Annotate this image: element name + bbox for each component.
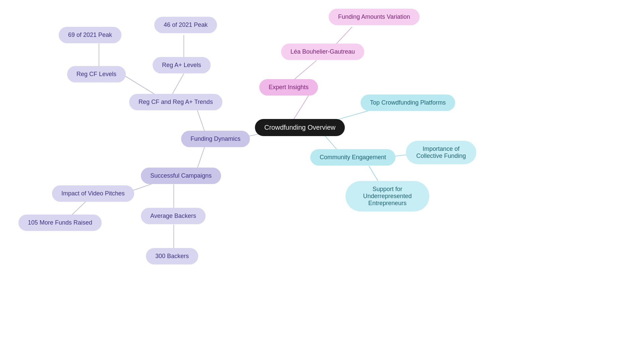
successful-campaigns-node[interactable]: Successful Campaigns	[141, 168, 221, 184]
peak-69-node[interactable]: 69 of 2021 Peak	[59, 27, 121, 43]
community-engagement-node[interactable]: Community Engagement	[310, 149, 395, 166]
average-backers-node[interactable]: Average Backers	[141, 208, 206, 224]
reg-cf-levels-label: Reg CF Levels	[76, 71, 116, 78]
backers-300-label: 300 Backers	[155, 253, 189, 260]
community-engagement-label: Community Engagement	[320, 154, 386, 161]
center-label: Crowdfunding Overview	[264, 124, 335, 131]
lea-label: Léa Bouhelier-Gautreau	[290, 48, 355, 55]
underrepresented-label: Support for Underrepresented Entrepreneu…	[355, 186, 420, 207]
peak-69-label: 69 of 2021 Peak	[68, 32, 112, 39]
funding-amounts-node[interactable]: Funding Amounts Variation	[329, 9, 420, 25]
top-platforms-label: Top Crowdfunding Platforms	[370, 99, 446, 106]
more-funds-label: 105 More Funds Raised	[28, 219, 92, 226]
expert-insights-node[interactable]: Expert Insights	[259, 79, 318, 96]
peak-46-node[interactable]: 46 of 2021 Peak	[154, 17, 217, 33]
funding-dynamics-label: Funding Dynamics	[191, 135, 240, 142]
peak-46-label: 46 of 2021 Peak	[164, 21, 208, 28]
center-node[interactable]: Crowdfunding Overview	[255, 119, 345, 136]
underrepresented-node[interactable]: Support for Underrepresented Entrepreneu…	[345, 181, 429, 211]
funding-amounts-label: Funding Amounts Variation	[338, 13, 410, 20]
expert-insights-label: Expert Insights	[269, 84, 309, 91]
reg-cf-trends-node[interactable]: Reg CF and Reg A+ Trends	[129, 94, 222, 110]
top-platforms-node[interactable]: Top Crowdfunding Platforms	[361, 95, 455, 111]
lea-node[interactable]: Léa Bouhelier-Gautreau	[281, 44, 364, 60]
funding-dynamics-node[interactable]: Funding Dynamics	[181, 131, 250, 147]
average-backers-label: Average Backers	[150, 213, 196, 220]
more-funds-node[interactable]: 105 More Funds Raised	[18, 215, 102, 231]
collective-funding-node[interactable]: Importance of Collective Funding	[406, 141, 476, 164]
impact-video-node[interactable]: Impact of Video Pitches	[52, 185, 134, 202]
collective-funding-label: Importance of Collective Funding	[415, 145, 467, 160]
reg-a-levels-node[interactable]: Reg A+ Levels	[153, 57, 211, 73]
reg-a-levels-label: Reg A+ Levels	[162, 62, 201, 69]
svg-line-17	[369, 166, 379, 183]
reg-cf-trends-label: Reg CF and Reg A+ Trends	[139, 99, 213, 106]
successful-campaigns-label: Successful Campaigns	[150, 172, 212, 179]
reg-cf-levels-node[interactable]: Reg CF Levels	[67, 66, 126, 82]
impact-video-label: Impact of Video Pitches	[61, 190, 125, 197]
backers-300-node[interactable]: 300 Backers	[146, 248, 198, 264]
